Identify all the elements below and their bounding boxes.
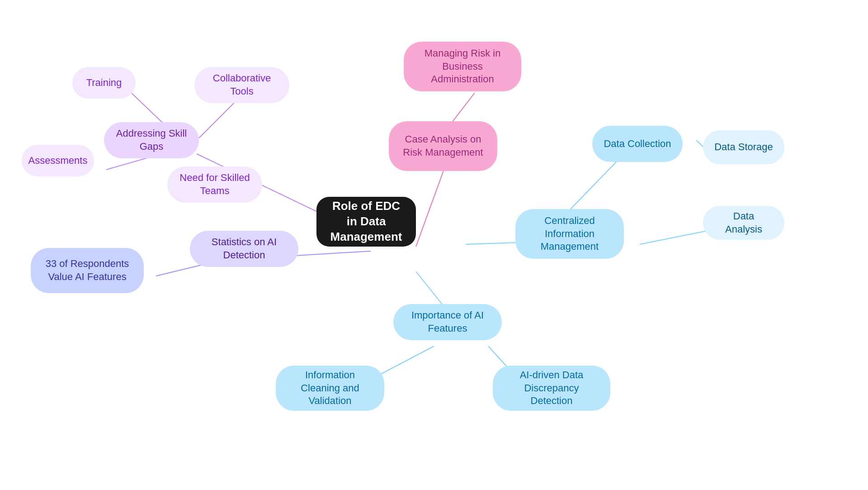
respondents-node[interactable]: 33 of Respondents Value AI Features bbox=[31, 248, 144, 293]
assessments-node[interactable]: Assessments bbox=[22, 145, 94, 176]
data-analysis-node[interactable]: Data Analysis bbox=[703, 206, 784, 240]
training-node[interactable]: Training bbox=[72, 67, 136, 99]
need-skilled-teams-node[interactable]: Need for Skilled Teams bbox=[167, 167, 262, 203]
ai-driven-node[interactable]: AI-driven Data Discrepancy Detection bbox=[493, 366, 610, 411]
info-cleaning-node[interactable]: Information Cleaning and Validation bbox=[276, 366, 384, 411]
addressing-skill-gaps-node[interactable]: Addressing Skill Gaps bbox=[104, 122, 199, 158]
case-analysis-node[interactable]: Case Analysis on Risk Management bbox=[389, 121, 497, 171]
importance-ai-node[interactable]: Importance of AI Features bbox=[393, 304, 502, 340]
center-node[interactable]: Role of EDC in Data Management bbox=[316, 197, 416, 247]
statistics-ai-node[interactable]: Statistics on AI Detection bbox=[190, 231, 298, 267]
collaborative-tools-node[interactable]: Collaborative Tools bbox=[194, 67, 289, 103]
svg-line-1 bbox=[452, 93, 475, 122]
svg-line-12 bbox=[640, 229, 714, 244]
centralized-info-node[interactable]: Centralized Information Management bbox=[515, 209, 624, 259]
data-storage-node[interactable]: Data Storage bbox=[703, 130, 784, 164]
data-collection-node[interactable]: Data Collection bbox=[592, 126, 683, 162]
managing-risk-node[interactable]: Managing Risk in Business Administration bbox=[404, 42, 521, 91]
mindmap-canvas: Role of EDC in Data Management Managing … bbox=[0, 0, 868, 490]
